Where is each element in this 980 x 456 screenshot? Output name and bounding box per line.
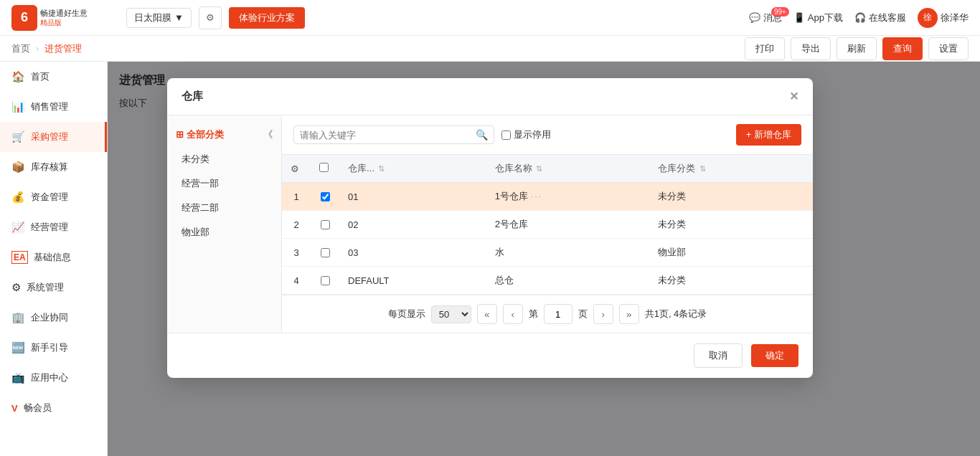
sidebar-item-operations[interactable]: 📈 经营管理 [0, 212, 107, 242]
row-num: 3 [282, 239, 311, 267]
modal-header: 仓库 ✕ [167, 78, 813, 115]
page-last-button[interactable]: » [619, 304, 639, 324]
try-industry-button[interactable]: 体验行业方案 [229, 7, 305, 29]
refresh-button[interactable]: 刷新 [837, 37, 877, 60]
settings-btn[interactable]: 设置 [928, 37, 969, 60]
add-warehouse-button[interactable]: + 新增仓库 [736, 124, 801, 146]
operations-icon: 📈 [11, 221, 25, 234]
sidebar: 🏠 首页 📊 销售管理 🛒 采购管理 📦 库存核算 💰 资金管理 📈 经营管理 … [0, 62, 108, 456]
row-checkbox[interactable] [321, 192, 330, 201]
sidebar-item-home[interactable]: 🏠 首页 [0, 62, 107, 92]
search-input[interactable] [300, 130, 476, 141]
logo-text: 畅捷通好生意 精品版 [40, 8, 88, 27]
export-button[interactable]: 导出 [791, 37, 831, 60]
row-num: 2 [282, 211, 311, 239]
message-icon: 💬 [749, 12, 760, 23]
sidebar-item-sales[interactable]: 📊 销售管理 [0, 92, 107, 122]
table-row[interactable]: 1 01 1号仓库 ··· 未分类 [282, 183, 813, 211]
sidebar-item-vip[interactable]: V 畅会员 [0, 393, 107, 423]
row-num: 4 [282, 267, 311, 295]
message-badge: 99+ [771, 7, 789, 16]
app-download-button[interactable]: 📱 App下载 [793, 11, 843, 24]
show-disabled-checkbox[interactable]: 显示停用 [501, 128, 551, 141]
row-checkbox-cell [311, 267, 339, 295]
th-category: 仓库分类 ⇅ [649, 155, 813, 183]
table-row[interactable]: 2 02 2号仓库 未分类 [282, 211, 813, 239]
row-checkbox-cell [311, 211, 339, 239]
page-prev-button[interactable]: ‹ [503, 304, 523, 324]
category-item-unclassified[interactable]: 未分类 [167, 147, 281, 171]
th-settings[interactable]: ⚙ [282, 155, 311, 183]
category-item-property[interactable]: 物业部 [167, 220, 281, 244]
th-code: 仓库... ⇅ [339, 155, 486, 183]
logo-area: 6 畅捷通好生意 精品版 [11, 5, 119, 31]
collapse-icon[interactable]: 《 [263, 128, 273, 141]
modal-close-button[interactable]: ✕ [789, 90, 798, 103]
row-checkbox[interactable] [321, 220, 330, 229]
category-panel: ⊞ 全部分类 《 未分类 经营一部 经营二部 物业部 [167, 115, 282, 333]
table-row[interactable]: 3 03 水 物业部 [282, 239, 813, 267]
page-next-button[interactable]: › [593, 304, 613, 324]
sort-code-icon[interactable]: ⇅ [378, 164, 385, 173]
total-info: 共1页, 4条记录 [645, 308, 707, 320]
main-layout: 🏠 首页 📊 销售管理 🛒 采购管理 📦 库存核算 💰 资金管理 📈 经营管理 … [0, 62, 980, 456]
th-name: 仓库名称 ⇅ [486, 155, 650, 183]
confirm-button[interactable]: 确定 [751, 344, 798, 367]
page-first-button[interactable]: « [477, 304, 497, 324]
modal-warehouse: 仓库 ✕ ⊞ 全部分类 《 未分类 [167, 78, 813, 378]
sidebar-item-app[interactable]: 📺 应用中心 [0, 363, 107, 393]
store-selector[interactable]: 日太阳膜 ▼ [126, 8, 192, 28]
table-scroll: ⚙ 仓库... ⇅ [282, 155, 813, 295]
app-icon: 📱 [793, 12, 805, 23]
per-page-select[interactable]: 50 20 100 [431, 305, 471, 323]
row-name: 总仓 [486, 267, 650, 295]
inventory-icon: 📦 [11, 161, 25, 174]
row-checkbox-cell [311, 183, 339, 211]
vip-icon: V [11, 403, 18, 414]
purchase-icon: 🛒 [11, 130, 25, 143]
grid-icon: ⊞ [176, 129, 184, 140]
row-category: 未分类 [649, 183, 813, 211]
row-checkbox[interactable] [321, 248, 330, 257]
enterprise-icon: 🏢 [11, 311, 25, 324]
show-disabled-check[interactable] [501, 130, 511, 140]
sidebar-item-enterprise[interactable]: 🏢 企业协同 [0, 303, 107, 333]
sidebar-item-finance[interactable]: 💰 资金管理 [0, 182, 107, 212]
sidebar-item-inventory[interactable]: 📦 库存核算 [0, 152, 107, 182]
category-item-operations1[interactable]: 经营一部 [167, 171, 281, 196]
table-body: 1 01 1号仓库 ··· 未分类 2 02 2号仓库 未分类 3 03 水 物… [282, 183, 813, 295]
sidebar-item-guide[interactable]: 🆕 新手引导 [0, 333, 107, 363]
print-button[interactable]: 打印 [745, 37, 785, 60]
sidebar-item-system[interactable]: ⚙ 系统管理 [0, 272, 107, 303]
right-panel: 🔍 显示停用 + 新增仓库 [282, 115, 813, 333]
row-code: 03 [339, 239, 486, 267]
service-button[interactable]: 🎧 在线客服 [854, 11, 906, 24]
select-all-checkbox[interactable] [319, 163, 329, 172]
home-icon: 🏠 [11, 70, 25, 83]
category-item-operations2[interactable]: 经营二部 [167, 196, 281, 220]
cancel-button[interactable]: 取消 [694, 343, 743, 368]
row-checkbox[interactable] [321, 276, 330, 285]
settings-icon[interactable]: ⚙ [199, 6, 222, 29]
messages-button[interactable]: 💬 消息 99+ [749, 11, 782, 24]
query-button[interactable]: 查询 [882, 37, 923, 60]
table-row[interactable]: 4 DEFAULT 总仓 未分类 [282, 267, 813, 295]
finance-icon: 💰 [11, 191, 25, 204]
row-code: DEFAULT [339, 267, 486, 295]
table-header-row: ⚙ 仓库... ⇅ [282, 155, 813, 183]
modal-footer: 取消 确定 [167, 333, 813, 378]
modal-backdrop: 仓库 ✕ ⊞ 全部分类 《 未分类 [108, 62, 980, 456]
breadcrumb-current: 进货管理 [44, 42, 82, 55]
sort-name-icon[interactable]: ⇅ [536, 164, 542, 173]
sort-category-icon[interactable]: ⇅ [699, 164, 706, 173]
page-number-input[interactable] [544, 304, 573, 324]
user-menu[interactable]: 徐 徐泽华 [918, 8, 969, 28]
sidebar-item-info[interactable]: EA 基础信息 [0, 242, 107, 272]
breadcrumb: 首页 › 进货管理 打印 导出 刷新 查询 设置 [0, 36, 980, 62]
header-mid: ⚙ 体验行业方案 [199, 6, 305, 29]
sidebar-item-purchase[interactable]: 🛒 采购管理 [0, 122, 107, 152]
guide-icon: 🆕 [11, 341, 25, 354]
row-actions[interactable]: ··· [531, 191, 543, 201]
breadcrumb-home[interactable]: 首页 [11, 42, 30, 55]
category-all[interactable]: ⊞ 全部分类 《 [167, 123, 281, 147]
